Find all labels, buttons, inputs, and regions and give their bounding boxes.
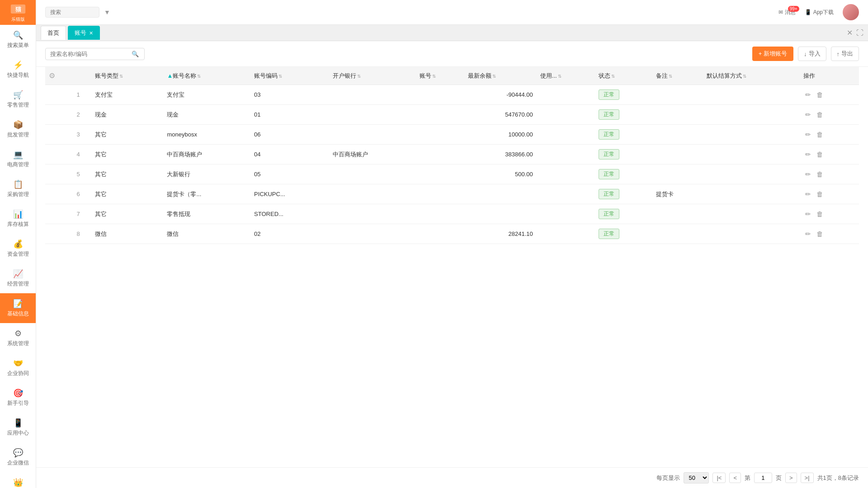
col-header-gear[interactable]: ⚙ bbox=[45, 67, 73, 85]
delete-button[interactable]: 🗑 bbox=[815, 90, 825, 100]
tab-account-close-icon[interactable]: ✕ bbox=[89, 30, 93, 36]
row-account-name: 大新银行 bbox=[163, 164, 250, 184]
first-page-button[interactable]: |< bbox=[712, 473, 726, 483]
edit-button[interactable]: ✏ bbox=[803, 189, 813, 199]
col-header-account-no[interactable]: 账号⇅ bbox=[416, 67, 464, 85]
search-icon[interactable]: 🔍 bbox=[132, 51, 139, 57]
row-status: 正常 bbox=[595, 125, 652, 145]
finance-icon: 💰 bbox=[13, 239, 23, 249]
sidebar-item-retail[interactable]: 🛒 零售管理 bbox=[0, 84, 36, 114]
prev-page-button[interactable]: < bbox=[729, 473, 741, 483]
table-row: 2 现金 现金 01 547670.00 正常 ✏ 🗑 bbox=[45, 105, 859, 125]
operations-icon: 📈 bbox=[13, 269, 23, 279]
edit-button[interactable]: ✏ bbox=[803, 150, 813, 160]
row-default-payment bbox=[703, 184, 799, 204]
sidebar-item-finance-label: 资金管理 bbox=[7, 250, 29, 258]
sidebar-item-vip[interactable]: 👑 畅会员 bbox=[0, 472, 36, 488]
row-bank bbox=[329, 125, 416, 145]
row-balance bbox=[464, 184, 537, 204]
row-index: 5 bbox=[73, 164, 91, 184]
import-button[interactable]: ↓ 导入 bbox=[798, 47, 826, 61]
row-account-name: 支付宝 bbox=[163, 85, 250, 105]
table-row: 6 其它 提货卡（零... PICKUPC... 正常 提货卡 ✏ 🗑 bbox=[45, 184, 859, 204]
edit-button[interactable]: ✏ bbox=[803, 209, 813, 219]
row-usage bbox=[537, 164, 595, 184]
sidebar-item-purchase[interactable]: 📋 采购管理 bbox=[0, 174, 36, 204]
sidebar-item-system[interactable]: ⚙ 系统管理 bbox=[0, 323, 36, 353]
sidebar-menu: 🔍 搜索菜单 ⚡ 快捷导航 🛒 零售管理 📦 批发管理 💻 电商管理 📋 采购管… bbox=[0, 25, 36, 488]
col-header-usage[interactable]: 使用...⇅ bbox=[537, 67, 595, 85]
search-menu-icon: 🔍 bbox=[13, 30, 23, 40]
delete-button[interactable]: 🗑 bbox=[815, 169, 825, 179]
logo-text: 乐猫版 bbox=[11, 16, 25, 23]
current-page-input[interactable] bbox=[754, 473, 772, 483]
tab-home[interactable]: 首页 bbox=[41, 26, 66, 40]
sidebar-item-app-center[interactable]: 📱 应用中心 bbox=[0, 413, 36, 442]
column-settings-icon[interactable]: ⚙ bbox=[49, 72, 55, 80]
tab-maximize-icon[interactable]: ⛶ bbox=[856, 29, 863, 37]
sidebar-item-agreement[interactable]: 🤝 企业协同 bbox=[0, 353, 36, 383]
col-header-account-name[interactable]: ▲账号名称⇅ bbox=[163, 67, 250, 85]
corp-wechat-icon: 💬 bbox=[13, 448, 23, 458]
sidebar-item-search-menu[interactable]: 🔍 搜索菜单 bbox=[0, 25, 36, 55]
sidebar-item-quick-nav[interactable]: ⚡ 快捷导航 bbox=[0, 55, 36, 84]
col-header-account-code[interactable]: 账号编码⇅ bbox=[250, 67, 329, 85]
row-balance: 28241.10 bbox=[464, 224, 537, 244]
col-header-balance[interactable]: 最新余额⇅ bbox=[464, 67, 537, 85]
import-icon: ↓ bbox=[804, 51, 807, 57]
sidebar-item-guide[interactable]: 🎯 新手引导 bbox=[0, 383, 36, 413]
edit-button[interactable]: ✏ bbox=[803, 169, 813, 179]
sidebar-item-finance[interactable]: 💰 资金管理 bbox=[0, 234, 36, 263]
inventory-icon: 📊 bbox=[13, 209, 23, 219]
row-account-no bbox=[416, 184, 464, 204]
row-default-payment bbox=[703, 125, 799, 145]
delete-button[interactable]: 🗑 bbox=[815, 150, 825, 160]
row-balance: 10000.00 bbox=[464, 125, 537, 145]
sidebar-item-wholesale[interactable]: 📦 批发管理 bbox=[0, 114, 36, 144]
tab-close-all-icon[interactable]: ✕ bbox=[847, 28, 853, 37]
avatar[interactable] bbox=[843, 4, 859, 20]
next-page-button[interactable]: > bbox=[785, 473, 797, 483]
sidebar-item-corp-wechat[interactable]: 💬 企业微信 bbox=[0, 442, 36, 472]
row-status: 正常 bbox=[595, 164, 652, 184]
topbar-dropdown-icon[interactable]: ▼ bbox=[104, 9, 110, 16]
col-header-status[interactable]: 状态⇅ bbox=[595, 67, 652, 85]
edit-button[interactable]: ✏ bbox=[803, 229, 813, 239]
row-default-payment bbox=[703, 105, 799, 125]
purchase-icon: 📋 bbox=[13, 179, 23, 189]
row-account-code: STORED... bbox=[250, 204, 329, 224]
edit-button[interactable]: ✏ bbox=[803, 90, 813, 100]
sidebar-item-inventory[interactable]: 📊 库存核算 bbox=[0, 204, 36, 234]
col-header-remark[interactable]: 备注⇅ bbox=[652, 67, 703, 85]
sidebar-item-basic-info[interactable]: 📝 基础信息 bbox=[0, 293, 36, 323]
page-size-select[interactable]: 50 100 200 bbox=[684, 472, 709, 483]
col-header-actions: 操作 bbox=[800, 67, 859, 85]
topbar-search-input[interactable] bbox=[45, 7, 99, 18]
row-account-type: 其它 bbox=[91, 164, 164, 184]
app-center-icon: 📱 bbox=[13, 418, 23, 428]
row-account-code: 05 bbox=[250, 164, 329, 184]
add-account-button[interactable]: + 新增账号 bbox=[752, 47, 793, 61]
last-page-button[interactable]: >| bbox=[801, 473, 814, 483]
row-gear bbox=[45, 204, 73, 224]
search-input[interactable] bbox=[50, 51, 132, 57]
delete-button[interactable]: 🗑 bbox=[815, 130, 825, 140]
sidebar-item-guide-label: 新手引导 bbox=[7, 399, 29, 407]
row-index: 2 bbox=[73, 105, 91, 125]
delete-button[interactable]: 🗑 bbox=[815, 229, 825, 239]
row-status: 正常 bbox=[595, 204, 652, 224]
sidebar-item-operations[interactable]: 📈 经营管理 bbox=[0, 263, 36, 293]
col-header-default-payment[interactable]: 默认结算方式⇅ bbox=[703, 67, 799, 85]
col-header-account-type[interactable]: 账号类型⇅ bbox=[91, 67, 164, 85]
col-header-bank[interactable]: 开户银行⇅ bbox=[329, 67, 416, 85]
app-download-button[interactable]: 📱 App下载 bbox=[805, 9, 834, 16]
tab-account[interactable]: 账号 ✕ bbox=[68, 26, 100, 40]
export-button[interactable]: ↑ 导出 bbox=[831, 47, 859, 61]
sidebar-item-ecommerce[interactable]: 💻 电商管理 bbox=[0, 144, 36, 174]
edit-button[interactable]: ✏ bbox=[803, 130, 813, 140]
edit-button[interactable]: ✏ bbox=[803, 110, 813, 120]
delete-button[interactable]: 🗑 bbox=[815, 209, 825, 219]
delete-button[interactable]: 🗑 bbox=[815, 110, 825, 120]
notification-button[interactable]: ✉ 消息 99+ bbox=[778, 9, 796, 16]
delete-button[interactable]: 🗑 bbox=[815, 189, 825, 199]
